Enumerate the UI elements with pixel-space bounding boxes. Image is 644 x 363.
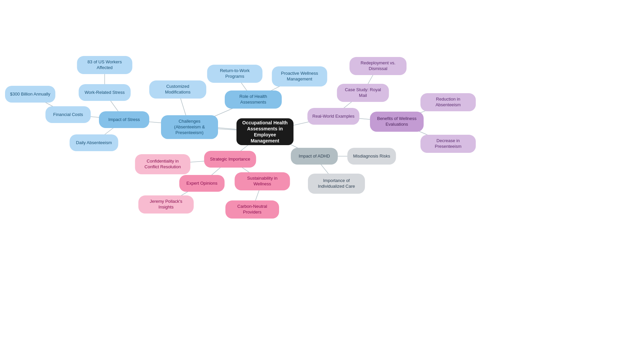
node-realWorldExamples[interactable]: Real-World Examples — [308, 108, 360, 125]
node-redeploymentVsDismissal[interactable]: Redeployment vs. Dismissal — [350, 57, 407, 75]
node-us83Workers[interactable]: 83 of US Workers Affected — [77, 56, 132, 74]
node-caseStudyRoyalMail[interactable]: Case Study: Royal Mail — [337, 84, 389, 102]
node-jeremyPollack[interactable]: Jeremy Pollack's Insights — [139, 195, 194, 214]
node-impactOfStress[interactable]: Impact of Stress — [99, 111, 149, 128]
node-confidentiality[interactable]: Confidentiality in Conflict Resolution — [135, 154, 191, 174]
node-reductionAbsenteeism[interactable]: Reduction in Absenteeism — [421, 93, 476, 111]
node-roleOfHealth[interactable]: Role of Health Assessments — [225, 90, 282, 109]
node-workRelatedStress[interactable]: Work-Related Stress — [79, 84, 131, 101]
node-expertOpinions[interactable]: Expert Opinions — [179, 175, 225, 192]
node-decreasePresenteeism[interactable]: Decrease in Presenteeism — [421, 135, 476, 153]
node-strategicImportance[interactable]: Strategic Importance — [204, 151, 256, 168]
mindmap-container: Occupational Health Assessments in Emplo… — [0, 0, 644, 363]
node-center[interactable]: Occupational Health Assessments in Emplo… — [236, 118, 293, 145]
node-sustainabilityInWellness[interactable]: Sustainability in Wellness — [235, 172, 290, 190]
node-dailyAbsenteeism[interactable]: Daily Absenteeism — [70, 134, 118, 151]
node-financialCosts[interactable]: Financial Costs — [46, 106, 91, 123]
node-carbonNeutral[interactable]: Carbon-Neutral Providers — [225, 200, 279, 219]
node-importanceIndividualized[interactable]: Importance of Individualized Care — [308, 174, 365, 194]
node-misdiagnosisRisks[interactable]: Misdiagnosis Risks — [347, 148, 396, 165]
node-proactiveWellness[interactable]: Proactive Wellness Management — [272, 66, 327, 86]
node-returnToWork[interactable]: Return-to-Work Programs — [207, 65, 263, 83]
node-challenges[interactable]: Challenges (Absenteeism & Presenteeism) — [161, 115, 218, 139]
node-customizedMods[interactable]: Customized Modifications — [149, 80, 206, 99]
node-benefitsOfWellness[interactable]: Benefits of Wellness Evaluations — [370, 112, 424, 132]
node-impactADHD[interactable]: Impact of ADHD — [291, 148, 338, 165]
node-300billion[interactable]: $300 Billion Annually — [5, 86, 55, 103]
